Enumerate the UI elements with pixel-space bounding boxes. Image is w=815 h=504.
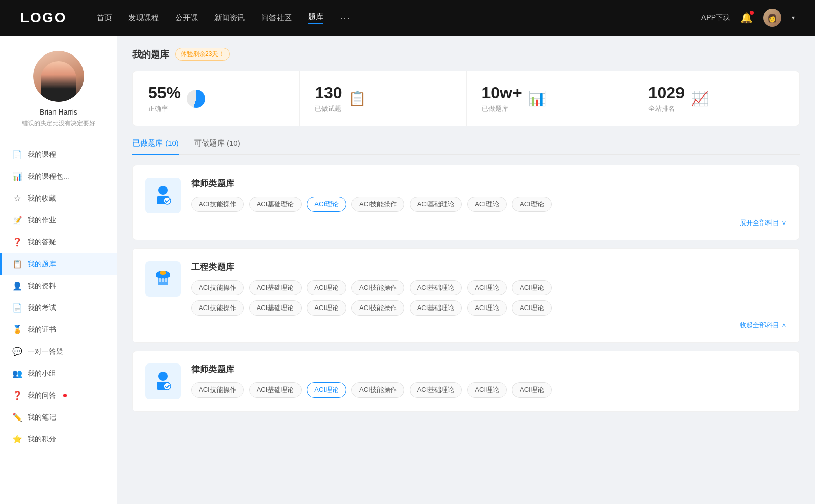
tag-2-2[interactable]: ACI理论: [307, 382, 346, 398]
tag-0-0[interactable]: ACI技能操作: [191, 197, 244, 212]
tag-0-5[interactable]: ACI理论: [467, 197, 507, 212]
tag-2-4[interactable]: ACI基础理论: [410, 382, 463, 398]
sidebar-menu-item-11[interactable]: ❓ 我的问答: [0, 384, 117, 406]
menu-dot-11: [63, 394, 67, 397]
tag-0-2[interactable]: ACI理论: [307, 197, 346, 212]
sidebar-menu-item-1[interactable]: 📊 我的课程包...: [0, 165, 117, 187]
menu-icon-3: 📝: [12, 215, 22, 225]
bank-expand-link-1[interactable]: 收起全部科目 ∧: [740, 321, 787, 330]
tag-2-1[interactable]: ACI基础理论: [249, 382, 302, 398]
nav-open-course[interactable]: 公开课: [175, 13, 198, 23]
tag-0-3[interactable]: ACI技能操作: [351, 197, 404, 212]
tag-row2-1-3[interactable]: ACI技能操作: [351, 300, 404, 316]
sidebar-menu: 📄 我的课程 📊 我的课程包... ☆ 我的收藏 📝 我的作业 ❓ 我的答疑 📋…: [0, 138, 117, 450]
tag-1-6[interactable]: ACI理论: [512, 280, 552, 295]
menu-label-2: 我的收藏: [28, 194, 56, 203]
nav-home[interactable]: 首页: [97, 13, 112, 23]
tag-row2-1-0[interactable]: ACI技能操作: [191, 300, 244, 316]
nav-discover[interactable]: 发现课程: [128, 13, 159, 23]
bank-tags-row2-1: ACI技能操作ACI基础理论ACI理论ACI技能操作ACI基础理论ACI理论AC…: [191, 300, 787, 316]
sidebar-menu-item-8[interactable]: 🏅 我的证书: [0, 319, 117, 341]
stat-done-questions: 130 已做试题 📋: [300, 71, 466, 126]
tag-0-1[interactable]: ACI基础理论: [249, 197, 302, 212]
bank-body-0: 律师类题库 ACI技能操作ACI基础理论ACI理论ACI技能操作ACI基础理论A…: [191, 178, 787, 212]
tag-1-5[interactable]: ACI理论: [467, 280, 507, 295]
menu-label-12: 我的笔记: [28, 413, 56, 422]
menu-icon-11: ❓: [12, 390, 22, 400]
tag-1-2[interactable]: ACI理论: [307, 280, 346, 295]
tag-0-4[interactable]: ACI基础理论: [410, 197, 463, 212]
user-avatar[interactable]: 👩: [763, 9, 781, 27]
sidebar-menu-item-12[interactable]: ✏️ 我的笔记: [0, 406, 117, 428]
tag-2-0[interactable]: ACI技能操作: [191, 382, 244, 398]
svg-rect-4: [156, 275, 170, 277]
menu-icon-10: 👥: [12, 369, 22, 378]
nav-more[interactable]: ···: [340, 13, 350, 23]
bank-icon-1: [145, 261, 181, 297]
svg-point-0: [158, 186, 168, 195]
page-title: 我的题库: [132, 48, 169, 61]
main-content: 我的题库 体验剩余23天！ 55% 正确率 130 已做试题 📋: [117, 36, 815, 504]
tag-2-5[interactable]: ACI理论: [467, 382, 507, 398]
menu-label-4: 我的答疑: [28, 238, 56, 247]
menu-icon-12: ✏️: [12, 412, 22, 422]
sidebar-menu-item-5[interactable]: 📋 我的题库: [0, 253, 117, 275]
bank-tags-row1-0: ACI技能操作ACI基础理论ACI理论ACI技能操作ACI基础理论ACI理论AC…: [191, 197, 787, 212]
tag-row2-1-1[interactable]: ACI基础理论: [249, 300, 302, 316]
sidebar-menu-item-0[interactable]: 📄 我的课程: [0, 144, 117, 165]
tag-1-0[interactable]: ACI技能操作: [191, 280, 244, 295]
sidebar: Brian Harris 错误的决定比没有决定要好 📄 我的课程 📊 我的课程包…: [0, 36, 117, 504]
tab-done-banks[interactable]: 已做题库 (10): [132, 138, 179, 154]
sidebar-menu-item-7[interactable]: 📄 我的考试: [0, 297, 117, 319]
bank-header-0: 律师类题库 ACI技能操作ACI基础理论ACI理论ACI技能操作ACI基础理论A…: [145, 178, 787, 213]
menu-icon-9: 💬: [12, 347, 22, 356]
tab-available-banks[interactable]: 可做题库 (10): [194, 138, 240, 154]
tag-1-1[interactable]: ACI基础理论: [249, 280, 302, 295]
nav-news[interactable]: 新闻资讯: [214, 13, 245, 23]
sidebar-menu-item-10[interactable]: 👥 我的小组: [0, 362, 117, 384]
bank-title-2: 律师类题库: [191, 363, 787, 375]
menu-icon-13: ⭐: [12, 434, 22, 444]
menu-label-9: 一对一答疑: [28, 347, 63, 356]
svg-rect-7: [162, 278, 164, 282]
bank-card-3: 律师类题库 ACI技能操作ACI基础理论ACI理论ACI技能操作ACI基础理论A…: [132, 351, 800, 412]
tag-2-3[interactable]: ACI技能操作: [351, 382, 404, 398]
svg-rect-8: [165, 278, 167, 282]
nav-app-download[interactable]: APP下载: [701, 13, 730, 22]
nav-bell[interactable]: 🔔: [740, 12, 753, 24]
sidebar-menu-item-13[interactable]: ⭐ 我的积分: [0, 428, 117, 450]
bank-card-1: 律师类题库 ACI技能操作ACI基础理论ACI理论ACI技能操作ACI基础理论A…: [132, 165, 800, 240]
bank-body-2: 律师类题库 ACI技能操作ACI基础理论ACI理论ACI技能操作ACI基础理论A…: [191, 363, 787, 398]
tag-1-3[interactable]: ACI技能操作: [351, 280, 404, 295]
menu-icon-0: 📄: [12, 150, 22, 159]
stat-done-banks: 10w+ 已做题库 📊: [467, 71, 633, 126]
tag-2-6[interactable]: ACI理论: [512, 382, 552, 398]
stat-rank-value: 1029: [648, 83, 685, 102]
stat-done-banks-value: 10w+: [482, 83, 522, 102]
tag-row2-1-6[interactable]: ACI理论: [512, 300, 552, 316]
nav-qa[interactable]: 问答社区: [261, 13, 292, 23]
sidebar-menu-item-6[interactable]: 👤 我的资料: [0, 275, 117, 297]
tag-row2-1-2[interactable]: ACI理论: [307, 300, 346, 316]
sidebar-menu-item-4[interactable]: ❓ 我的答疑: [0, 231, 117, 253]
menu-icon-7: 📄: [12, 303, 22, 313]
tag-row2-1-4[interactable]: ACI基础理论: [410, 300, 463, 316]
menu-icon-6: 👤: [12, 281, 22, 291]
tag-0-6[interactable]: ACI理论: [512, 197, 552, 212]
chart-red-icon: 📈: [691, 90, 709, 107]
svg-point-10: [158, 372, 168, 381]
bank-header-2: 律师类题库 ACI技能操作ACI基础理论ACI理论ACI技能操作ACI基础理论A…: [145, 363, 787, 399]
sidebar-menu-item-9[interactable]: 💬 一对一答疑: [0, 341, 117, 362]
tag-1-4[interactable]: ACI基础理论: [410, 280, 463, 295]
page-wrapper: Brian Harris 错误的决定比没有决定要好 📄 我的课程 📊 我的课程包…: [0, 0, 815, 504]
sidebar-menu-item-3[interactable]: 📝 我的作业: [0, 209, 117, 231]
bank-expand-link-0[interactable]: 展开全部科目 ∨: [740, 218, 787, 228]
menu-label-3: 我的作业: [28, 216, 56, 225]
sidebar-menu-item-2[interactable]: ☆ 我的收藏: [0, 187, 117, 209]
bank-tags-row1-2: ACI技能操作ACI基础理论ACI理论ACI技能操作ACI基础理论ACI理论AC…: [191, 382, 787, 398]
stats-row: 55% 正确率 130 已做试题 📋 10w+ 已做题库 📊: [132, 71, 800, 126]
user-menu-chevron[interactable]: ▾: [792, 14, 795, 21]
nav-question-bank[interactable]: 题库: [308, 12, 323, 24]
tag-row2-1-5[interactable]: ACI理论: [467, 300, 507, 316]
menu-label-1: 我的课程包...: [28, 172, 69, 181]
